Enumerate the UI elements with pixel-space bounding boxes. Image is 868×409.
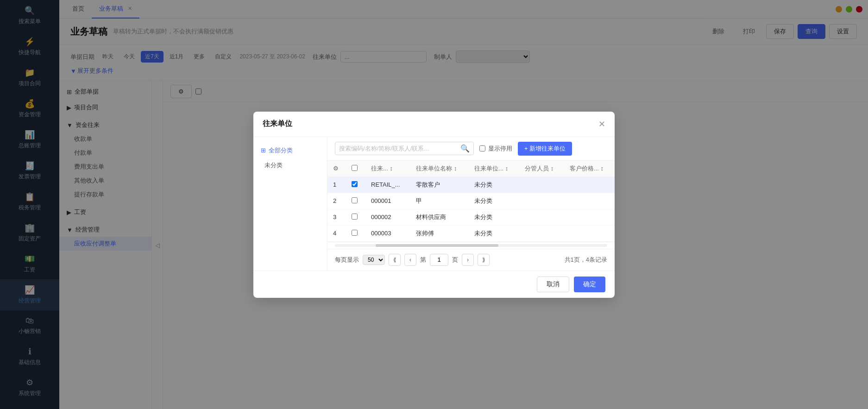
row-code: RETAIL_... <box>365 176 410 193</box>
last-page-btn[interactable]: ⟫ <box>478 254 490 266</box>
dialog-overlay[interactable]: 往来单位 ✕ ⊞ 全部分类 未分类 🔍 <box>0 0 868 409</box>
row-no: 4 <box>327 225 346 241</box>
row-code: 000002 <box>365 209 410 225</box>
row-price <box>564 209 615 225</box>
row-manager <box>519 193 564 209</box>
dialog-table-scroll: ⚙ 往来... ↕ 往来单位名称 ↕ 往来单位... ↕ 分管人员 ↕ 客户价格… <box>327 161 615 242</box>
page-total: 共1页，4条记录 <box>565 256 607 264</box>
first-page-btn[interactable]: ⟪ <box>389 254 401 266</box>
row-code: 000001 <box>365 193 410 209</box>
col-settings: ⚙ <box>327 161 346 177</box>
col-checkbox <box>346 161 365 177</box>
col-price[interactable]: 客户价格... ↕ <box>564 161 615 177</box>
all-category-item[interactable]: ⊞ 全部分类 <box>253 143 327 158</box>
col-manager[interactable]: 分管人员 ↕ <box>519 161 564 177</box>
row-price <box>564 193 615 209</box>
row-no: 3 <box>327 209 346 225</box>
table-row[interactable]: 1 RETAIL_... 零散客户 未分类 <box>327 176 615 193</box>
row-checkbox[interactable] <box>352 181 358 187</box>
search-icon: 🔍 <box>460 144 470 153</box>
row-code: 000003 <box>365 225 410 241</box>
page-unit: 页 <box>452 256 458 264</box>
row-name: 张帅傅 <box>410 225 469 241</box>
col-name[interactable]: 往来单位名称 ↕ <box>410 161 469 177</box>
dialog-category-panel: ⊞ 全部分类 未分类 <box>253 137 327 271</box>
row-category: 未分类 <box>469 209 519 225</box>
select-all-dialog[interactable] <box>352 165 358 171</box>
dialog-body: ⊞ 全部分类 未分类 🔍 显示停用 <box>253 137 615 271</box>
table-row[interactable]: 3 000002 材料供应商 未分类 <box>327 209 615 225</box>
row-checkbox[interactable] <box>352 230 358 236</box>
row-manager <box>519 225 564 241</box>
row-checkbox[interactable] <box>352 214 358 220</box>
counterparty-dialog: 往来单位 ✕ ⊞ 全部分类 未分类 🔍 <box>253 112 615 298</box>
row-name: 甲 <box>410 193 469 209</box>
row-manager <box>519 176 564 193</box>
row-price <box>564 225 615 241</box>
add-counterparty-button[interactable]: + 新增往来单位 <box>518 142 572 156</box>
row-category: 未分类 <box>469 225 519 241</box>
row-manager <box>519 209 564 225</box>
per-page-select[interactable]: 50 <box>363 255 385 265</box>
row-checkbox[interactable] <box>352 197 358 203</box>
col-code[interactable]: 往来... ↕ <box>365 161 410 177</box>
show-disabled-checkbox[interactable] <box>479 145 485 151</box>
dialog-footer: 取消 确定 <box>253 271 615 298</box>
table-row[interactable]: 4 000003 张帅傅 未分类 <box>327 225 615 241</box>
prev-page-btn[interactable]: ‹ <box>404 254 416 266</box>
dialog-pagination: 每页显示 50 ⟪ ‹ 第 页 › ⟫ 共1页，4条记录 <box>327 249 615 271</box>
dialog-toolbar: 🔍 显示停用 + 新增往来单位 <box>327 137 615 161</box>
show-disabled-label[interactable]: 显示停用 <box>479 145 512 153</box>
next-page-btn[interactable]: › <box>462 254 474 266</box>
row-name: 材料供应商 <box>410 209 469 225</box>
dialog-close-button[interactable]: ✕ <box>598 119 605 129</box>
confirm-button[interactable]: 确定 <box>574 277 605 292</box>
page-number-input[interactable] <box>430 254 448 266</box>
scrollbar-thumb[interactable] <box>376 244 498 247</box>
dialog-header: 往来单位 ✕ <box>253 112 615 137</box>
search-input[interactable] <box>339 145 458 152</box>
search-box: 🔍 <box>335 142 474 155</box>
uncategorized-item[interactable]: 未分类 <box>253 158 327 172</box>
table-row[interactable]: 2 000001 甲 未分类 <box>327 193 615 209</box>
row-no: 2 <box>327 193 346 209</box>
scrollbar-track[interactable] <box>335 244 607 247</box>
page-label: 第 <box>420 256 426 264</box>
row-category: 未分类 <box>469 193 519 209</box>
per-page-label: 每页显示 <box>335 256 359 264</box>
col-category[interactable]: 往来单位... ↕ <box>469 161 519 177</box>
grid-icon2: ⊞ <box>261 147 266 154</box>
dialog-data-panel: 🔍 显示停用 + 新增往来单位 ⚙ <box>327 137 615 271</box>
row-price <box>564 176 615 193</box>
dialog-title: 往来单位 <box>263 119 292 129</box>
row-name: 零散客户 <box>410 176 469 193</box>
cancel-button[interactable]: 取消 <box>537 277 569 292</box>
row-no: 1 <box>327 176 346 193</box>
horizontal-scrollbar <box>327 242 615 249</box>
row-category: 未分类 <box>469 176 519 193</box>
dialog-data-table: ⚙ 往来... ↕ 往来单位名称 ↕ 往来单位... ↕ 分管人员 ↕ 客户价格… <box>327 161 615 242</box>
